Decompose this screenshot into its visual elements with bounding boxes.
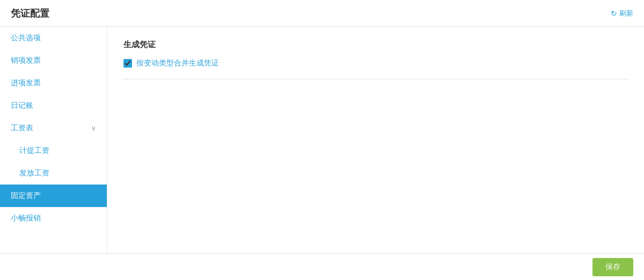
sidebar-item-label: 公共选项 xyxy=(11,33,41,43)
refresh-icon: ↻ xyxy=(611,9,617,18)
save-button[interactable]: 保存 xyxy=(592,258,633,276)
chevron-down-icon: ∨ xyxy=(91,124,96,132)
merge-by-type-checkbox[interactable] xyxy=(123,59,132,68)
refresh-button[interactable]: ↻ 刷新 xyxy=(611,9,633,18)
sidebar-item-payroll[interactable]: 工资表∨ xyxy=(0,117,107,139)
sidebar-item-label: 小畅报销 xyxy=(11,213,41,223)
merge-by-type-label[interactable]: 按变动类型合并生成凭证 xyxy=(136,58,219,68)
sidebar-item-label: 进项发票 xyxy=(11,78,41,88)
sidebar-item-label: 计提工资 xyxy=(19,146,49,156)
sidebar-item-purchase-invoice[interactable]: 进项发票 xyxy=(0,72,107,94)
page-title: 凭证配置 xyxy=(11,7,49,20)
header: 凭证配置 ↻ 刷新 xyxy=(0,0,644,27)
content-area: 生成凭证 按变动类型合并生成凭证 xyxy=(107,27,644,253)
sidebar: 公共选项销项发票进项发票日记账工资表∨计提工资发放工资固定资产小畅报销 xyxy=(0,27,107,253)
sidebar-item-public-options[interactable]: 公共选项 xyxy=(0,27,107,49)
sidebar-item-accrual-payroll[interactable]: 计提工资 xyxy=(0,139,107,162)
sidebar-item-label: 工资表 xyxy=(11,123,33,133)
sidebar-item-label: 发放工资 xyxy=(19,168,49,178)
sidebar-item-journal[interactable]: 日记账 xyxy=(0,94,107,117)
sidebar-item-label: 日记账 xyxy=(11,101,33,110)
section-title: 生成凭证 xyxy=(123,40,628,50)
sidebar-item-label: 固定资产 xyxy=(11,191,41,201)
sidebar-item-sales-invoice[interactable]: 销项发票 xyxy=(0,49,107,72)
sidebar-item-label: 销项发票 xyxy=(11,56,41,65)
checkbox-row: 按变动类型合并生成凭证 xyxy=(123,58,628,68)
section-divider xyxy=(123,79,628,79)
sidebar-item-fixed-assets[interactable]: 固定资产 xyxy=(0,185,107,207)
refresh-label: 刷新 xyxy=(619,9,633,18)
sidebar-item-pay-payroll[interactable]: 发放工资 xyxy=(0,162,107,185)
main-layout: 公共选项销项发票进项发票日记账工资表∨计提工资发放工资固定资产小畅报销 生成凭证… xyxy=(0,27,644,253)
sidebar-item-expense-report[interactable]: 小畅报销 xyxy=(0,207,107,230)
footer: 保存 xyxy=(0,253,644,280)
